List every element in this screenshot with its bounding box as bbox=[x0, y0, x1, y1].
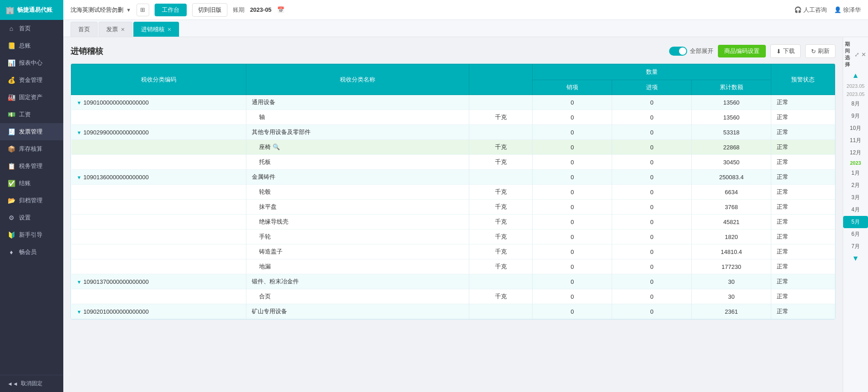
table-cell-purchase: 0 bbox=[612, 185, 692, 200]
sidebar-unpin-btn[interactable]: ◄◄ 取消固定 bbox=[0, 375, 63, 392]
content-main: 进销稽核 全部展开 商品编码设置 ⬇ 下载 ↻ 刷 bbox=[63, 37, 843, 392]
table-cell-sales: 0 bbox=[533, 95, 612, 110]
table-cell-sales: 0 bbox=[533, 110, 612, 125]
table-cell-sales: 0 bbox=[533, 259, 612, 274]
sidebar-item-settle[interactable]: ✅ 结账 bbox=[0, 175, 63, 192]
product-code-btn[interactable]: 商品编码设置 bbox=[718, 45, 766, 57]
month-6[interactable]: 6月 bbox=[843, 228, 868, 240]
month-12[interactable]: 12月 bbox=[843, 147, 868, 159]
expand-row-icon[interactable]: ▼ bbox=[77, 279, 82, 285]
header-quantity-group: 数量 bbox=[533, 64, 771, 80]
table-cell-unit bbox=[469, 170, 533, 185]
header-unit bbox=[469, 64, 533, 95]
expand-row-icon[interactable]: ▼ bbox=[77, 309, 82, 315]
table-cell-name: 金属铸件 bbox=[246, 170, 469, 185]
sidebar-item-member[interactable]: ♦ 畅会员 bbox=[0, 244, 63, 261]
expand-panel-icon[interactable]: ⤢ bbox=[854, 51, 859, 58]
sidebar-item-assets[interactable]: 🏭 固定资产 bbox=[0, 89, 63, 106]
sidebar-label-report: 报表中心 bbox=[19, 59, 42, 67]
calendar-icon[interactable]: 📅 bbox=[277, 6, 284, 13]
sidebar-item-salary[interactable]: 💵 工资 bbox=[0, 106, 63, 123]
month-4[interactable]: 4月 bbox=[843, 204, 868, 216]
sidebar-label-settings: 设置 bbox=[19, 214, 31, 222]
sidebar-item-tax[interactable]: 📋 税务管理 bbox=[0, 158, 63, 175]
table-cell-status: 正常 bbox=[771, 259, 835, 274]
table-cell-code bbox=[71, 110, 246, 125]
sidebar-item-settings[interactable]: ⚙ 设置 bbox=[0, 209, 63, 226]
sidebar-label-archive: 归档管理 bbox=[19, 196, 42, 205]
sidebar-label-invoice: 发票管理 bbox=[19, 128, 42, 136]
close-panel-icon[interactable]: ✕ bbox=[861, 51, 866, 58]
workspace-btn[interactable]: 工作台 bbox=[155, 4, 187, 16]
switch-version-btn[interactable]: 切到旧版 bbox=[192, 3, 227, 17]
table-cell-name: 托板 bbox=[246, 155, 469, 170]
headset-icon: 🎧 bbox=[794, 6, 802, 13]
period-nav: ▲ 2023.05 2023.05 8月 9月 10月 11月 12月 2023… bbox=[843, 70, 868, 264]
sidebar-item-home[interactable]: ⌂ 首页 bbox=[0, 20, 63, 37]
month-8[interactable]: 8月 bbox=[843, 98, 868, 110]
table-cell-purchase: 0 bbox=[612, 229, 692, 244]
expand-row-icon[interactable]: ▼ bbox=[77, 100, 82, 105]
search-inline-icon[interactable]: 🔍 bbox=[273, 143, 280, 150]
month-7[interactable]: 7月 bbox=[843, 240, 868, 253]
sidebar-item-funds[interactable]: 💰 资金管理 bbox=[0, 72, 63, 89]
nav-down-arrow[interactable]: ▼ bbox=[850, 253, 861, 264]
sidebar-item-ledger[interactable]: 📒 总账 bbox=[0, 37, 63, 54]
tab-invoice-close[interactable]: ✕ bbox=[121, 27, 125, 33]
table-cell-name: 抹平盘 bbox=[246, 200, 469, 215]
sidebar-item-report[interactable]: 📊 报表中心 bbox=[0, 54, 63, 72]
sidebar-item-archive[interactable]: 📂 归档管理 bbox=[0, 192, 63, 209]
month-9[interactable]: 9月 bbox=[843, 110, 868, 122]
user-profile-btn[interactable]: 👤 徐泽华 bbox=[834, 6, 861, 14]
sidebar-item-guide[interactable]: 🔰 新手引导 bbox=[0, 226, 63, 244]
table-cell-code bbox=[71, 244, 246, 259]
table-cell-code: ▼10901370000000000000 bbox=[71, 274, 246, 289]
tab-reconcile-close[interactable]: ✕ bbox=[167, 27, 171, 33]
nav-up-arrow[interactable]: ▲ bbox=[850, 70, 861, 81]
month-2[interactable]: 2月 bbox=[843, 179, 868, 191]
month-1[interactable]: 1月 bbox=[843, 167, 868, 179]
toggle-label: 全部展开 bbox=[690, 47, 713, 55]
toggle-thumb bbox=[679, 48, 686, 55]
tab-invoice[interactable]: 发票 ✕ bbox=[99, 22, 132, 37]
month-10[interactable]: 10月 bbox=[843, 122, 868, 134]
table-cell-total: 177230 bbox=[692, 259, 771, 274]
table-cell-code bbox=[71, 259, 246, 274]
month-3[interactable]: 3月 bbox=[843, 191, 868, 204]
sidebar-item-inventory[interactable]: 📦 库存核算 bbox=[0, 140, 63, 158]
table-cell-sales: 0 bbox=[533, 304, 612, 319]
page-header: 进销稽核 全部展开 商品编码设置 ⬇ 下载 ↻ 刷 bbox=[71, 44, 835, 58]
month-5-current[interactable]: 5月 bbox=[843, 216, 868, 228]
panel-title: 期间选择 bbox=[845, 41, 854, 68]
tab-reconcile[interactable]: 进销稽核 ✕ bbox=[133, 22, 179, 37]
expand-row-icon[interactable]: ▼ bbox=[77, 175, 82, 180]
service-btn[interactable]: 🎧 人工咨询 bbox=[794, 6, 827, 14]
table-cell-total: 53318 bbox=[692, 125, 771, 140]
toggle-track[interactable] bbox=[669, 47, 687, 56]
table-cell-unit bbox=[469, 304, 533, 319]
table-cell-status: 正常 bbox=[771, 140, 835, 155]
table-cell-code: ▼10901000000000000000 bbox=[71, 95, 246, 110]
table-cell-total: 30450 bbox=[692, 155, 771, 170]
sidebar-item-invoice[interactable]: 🧾 发票管理 bbox=[0, 123, 63, 140]
download-btn[interactable]: ⬇ 下载 bbox=[770, 44, 801, 58]
company-selector[interactable]: 沈海英测试经营勿删 ▼ bbox=[71, 6, 131, 14]
table-cell-unit: 千克 bbox=[469, 140, 533, 155]
table-cell-code: ▼10902990000000000000 bbox=[71, 125, 246, 140]
refresh-icon: ↻ bbox=[811, 48, 816, 55]
table-cell-purchase: 0 bbox=[612, 259, 692, 274]
month-11[interactable]: 11月 bbox=[843, 134, 868, 147]
company-settings-btn[interactable]: ⊞ bbox=[137, 4, 149, 16]
table-cell-sales: 0 bbox=[533, 170, 612, 185]
table-cell-code bbox=[71, 140, 246, 155]
table-cell-unit: 千克 bbox=[469, 185, 533, 200]
expand-toggle[interactable]: 全部展开 bbox=[669, 47, 713, 56]
table-cell-name: 手轮 bbox=[246, 229, 469, 244]
tab-home[interactable]: 首页 bbox=[71, 22, 98, 37]
table-cell-code bbox=[71, 185, 246, 200]
table-cell-code bbox=[71, 229, 246, 244]
table-cell-status: 正常 bbox=[771, 95, 835, 110]
expand-row-icon[interactable]: ▼ bbox=[77, 130, 82, 135]
table-cell-status: 正常 bbox=[771, 125, 835, 140]
refresh-btn[interactable]: ↻ 刷新 bbox=[805, 44, 835, 58]
